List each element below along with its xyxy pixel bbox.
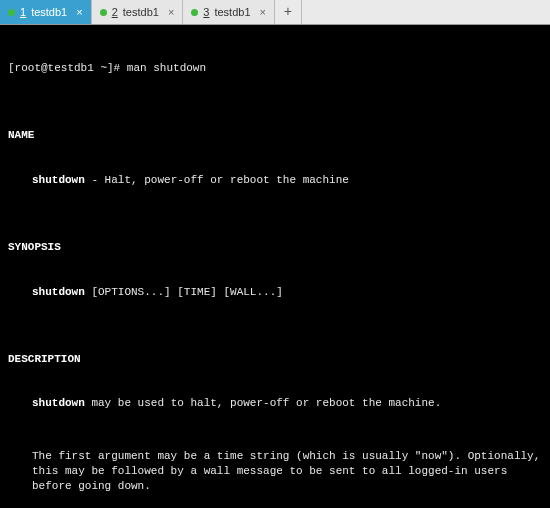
desc-line: shutdown may be used to halt, power-off … xyxy=(8,396,542,411)
tab-number: 1 xyxy=(20,6,26,18)
tab-bar: 1 testdb1 × 2 testdb1 × 3 testdb1 × + xyxy=(0,0,550,25)
desc-para: The first argument may be a time string … xyxy=(8,449,542,494)
terminal-window: 1 testdb1 × 2 testdb1 × 3 testdb1 × + [r… xyxy=(0,0,550,508)
cmd-name: shutdown xyxy=(32,174,85,186)
new-tab-button[interactable]: + xyxy=(275,0,302,24)
section-description: DESCRIPTION xyxy=(8,352,542,367)
tab-label: testdb1 xyxy=(214,6,250,18)
tab-label: testdb1 xyxy=(31,6,67,18)
tab-3[interactable]: 3 testdb1 × xyxy=(183,0,275,24)
tab-1[interactable]: 1 testdb1 × xyxy=(0,0,92,24)
tab-number: 3 xyxy=(203,6,209,18)
name-line: shutdown - Halt, power-off or reboot the… xyxy=(8,173,542,188)
tab-label: testdb1 xyxy=(123,6,159,18)
status-dot-icon xyxy=(8,9,15,16)
close-icon[interactable]: × xyxy=(168,7,174,18)
close-icon[interactable]: × xyxy=(260,7,266,18)
terminal-pane[interactable]: [root@testdb1 ~]# man shutdown NAME shut… xyxy=(0,25,550,508)
status-dot-icon xyxy=(100,9,107,16)
close-icon[interactable]: × xyxy=(76,7,82,18)
tab-2[interactable]: 2 testdb1 × xyxy=(92,0,184,24)
cmd-name: shutdown xyxy=(32,286,85,298)
status-dot-icon xyxy=(191,9,198,16)
synopsis-line: shutdown [OPTIONS...] [TIME] [WALL...] xyxy=(8,285,542,300)
tab-number: 2 xyxy=(112,6,118,18)
section-name: NAME xyxy=(8,128,542,143)
section-synopsis: SYNOPSIS xyxy=(8,240,542,255)
prompt-line: [root@testdb1 ~]# man shutdown xyxy=(8,61,542,76)
cmd-name: shutdown xyxy=(32,397,85,409)
